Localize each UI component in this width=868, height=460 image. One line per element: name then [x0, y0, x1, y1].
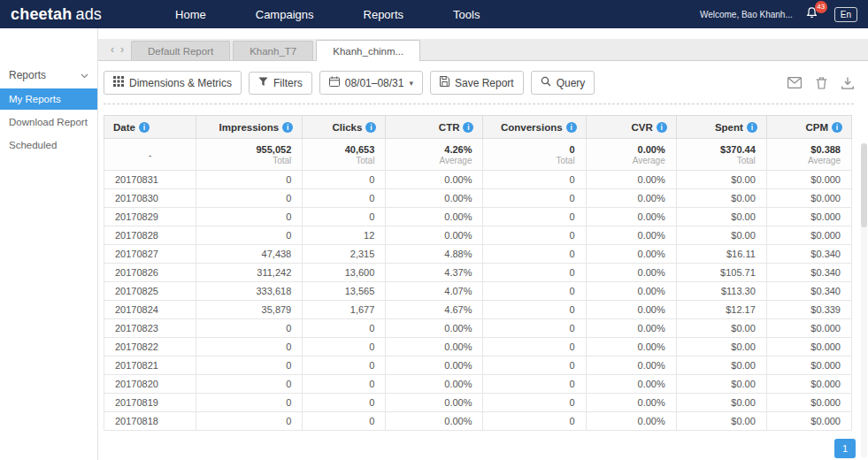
- report-tabstrip: ‹ › Default Report Khanh_T7 Khanh_chinm.…: [98, 39, 868, 61]
- info-icon[interactable]: i: [365, 122, 376, 133]
- value-cell: $0.000: [766, 412, 851, 431]
- info-icon[interactable]: i: [282, 122, 293, 133]
- date-cell: 20170829: [104, 208, 196, 226]
- tab-prev-icon[interactable]: ‹: [111, 43, 114, 56]
- value-cell: 0: [196, 171, 303, 189]
- tab-default-report[interactable]: Default Report: [131, 41, 230, 60]
- value-cell: 0.00%: [586, 412, 676, 431]
- value-cell: 1,677: [303, 301, 386, 319]
- value-cell: 0: [196, 412, 303, 431]
- column-header-spent[interactable]: Spenti: [676, 116, 766, 139]
- page-1-button[interactable]: 1: [834, 439, 856, 458]
- daterange-button[interactable]: 08/01–08/31 ▾: [319, 71, 423, 95]
- value-cell: 0: [483, 171, 586, 189]
- value-cell: 0: [303, 338, 386, 356]
- value-cell: 0: [303, 171, 386, 189]
- value-cell: 0.00%: [386, 319, 483, 338]
- value-cell: $0.00: [676, 375, 766, 394]
- table-row: 20170821000.00%00.00%$0.00$0.000: [104, 356, 852, 375]
- welcome-user[interactable]: Welcome, Bao Khanh...: [700, 10, 793, 19]
- table-row: 20170823000.00%00.00%$0.00$0.000: [104, 319, 852, 338]
- value-cell: $0.000: [766, 208, 851, 226]
- download-icon[interactable]: [841, 77, 854, 89]
- sidebar-group-reports[interactable]: Reports: [0, 64, 97, 87]
- value-cell: 0: [483, 226, 586, 245]
- tab-next-icon[interactable]: ›: [120, 43, 124, 56]
- query-button[interactable]: Query: [531, 71, 595, 95]
- sidebar-item-my-reports[interactable]: My Reports: [0, 88, 97, 110]
- value-cell: $0.340: [766, 245, 851, 264]
- top-navbar: cheetahads Home Campaigns Reports Tools …: [0, 0, 868, 28]
- daterange-label: 08/01–08/31: [345, 77, 404, 89]
- table-row: 20170822000.00%00.00%$0.00$0.000: [104, 338, 852, 356]
- totals-value: 0.00%: [597, 144, 665, 155]
- date-cell: 20170831: [104, 171, 196, 189]
- info-icon[interactable]: i: [657, 122, 667, 133]
- brand-bold: cheetah: [11, 5, 72, 23]
- value-cell: 0.00%: [386, 412, 483, 431]
- value-cell: $0.000: [766, 356, 851, 375]
- nav-item-tools[interactable]: Tools: [428, 0, 504, 28]
- nav-item-home[interactable]: Home: [150, 0, 231, 28]
- column-label: Clicks: [332, 122, 362, 133]
- tab-khanh-chinm[interactable]: Khanh_chinm...: [316, 40, 420, 61]
- filters-button[interactable]: Filters: [249, 72, 312, 95]
- brand-logo[interactable]: cheetahads: [11, 5, 102, 24]
- value-cell: $0.00: [676, 226, 766, 245]
- table-row: 20170826311,24213,6004.37%00.00%$105.71$…: [104, 264, 852, 282]
- table-body: - 955,052Total 40,653Total 4.26%Average …: [104, 139, 852, 431]
- date-cell: 20170819: [104, 394, 196, 412]
- language-button[interactable]: En: [834, 7, 857, 22]
- value-cell: 4.88%: [386, 245, 483, 264]
- dimensions-metrics-label: Dimensions & Metrics: [129, 77, 232, 89]
- nav-item-reports[interactable]: Reports: [339, 0, 429, 28]
- column-header-cpm[interactable]: CPMi: [766, 116, 851, 139]
- delete-report-button[interactable]: [816, 77, 827, 89]
- value-cell: 0.00%: [586, 301, 676, 319]
- save-report-label: Save Report: [455, 77, 514, 89]
- tab-khanh-t7[interactable]: Khanh_T7: [233, 41, 313, 60]
- save-report-button[interactable]: Save Report: [430, 71, 524, 95]
- value-cell: 0: [303, 319, 386, 338]
- totals-date-cell: -: [104, 139, 196, 171]
- caret-down-icon: ▾: [409, 79, 413, 88]
- notifications-button[interactable]: 43: [805, 6, 818, 23]
- sidebar-group-label: Reports: [9, 69, 46, 81]
- value-cell: 0.00%: [586, 338, 676, 356]
- dimensions-metrics-button[interactable]: Dimensions & Metrics: [104, 71, 242, 95]
- column-label: CVR: [631, 122, 652, 133]
- column-header-impressions[interactable]: Impressionsi: [196, 116, 303, 139]
- nav-item-campaigns[interactable]: Campaigns: [231, 0, 339, 28]
- save-icon: [440, 76, 449, 89]
- column-label: CPM: [805, 122, 828, 133]
- column-header-conversions[interactable]: Conversionsi: [483, 116, 586, 139]
- totals-value: 4.26%: [396, 144, 472, 155]
- column-header-ctr[interactable]: CTRi: [386, 116, 483, 139]
- sidebar-item-scheduled[interactable]: Scheduled: [0, 134, 97, 156]
- value-cell: 0: [483, 189, 586, 208]
- email-report-button[interactable]: [787, 77, 802, 88]
- value-cell: $0.340: [766, 282, 851, 301]
- value-cell: 0.00%: [586, 264, 676, 282]
- totals-value: $0.388: [778, 144, 841, 155]
- value-cell: 0: [483, 412, 586, 431]
- sidebar-item-download-report[interactable]: Download Report: [0, 111, 97, 133]
- column-label: Spent: [715, 122, 743, 133]
- value-cell: 0.00%: [386, 394, 483, 412]
- info-icon[interactable]: i: [139, 122, 150, 133]
- value-cell: 0.00%: [586, 394, 676, 412]
- info-icon[interactable]: i: [566, 122, 577, 133]
- info-icon[interactable]: i: [747, 122, 757, 133]
- value-cell: 0.00%: [586, 171, 676, 189]
- column-header-date[interactable]: Datei: [104, 116, 196, 139]
- value-cell: $12.17: [676, 301, 766, 319]
- value-cell: 0: [196, 356, 303, 375]
- info-icon[interactable]: i: [463, 122, 473, 133]
- info-icon[interactable]: i: [832, 122, 842, 133]
- scrollbar-thumb[interactable]: [861, 143, 867, 227]
- column-header-clicks[interactable]: Clicksi: [303, 116, 386, 139]
- value-cell: $0.00: [676, 394, 766, 412]
- value-cell: 0: [303, 189, 386, 208]
- table-row: 2017082435,8791,6774.67%00.00%$12.17$0.3…: [104, 301, 852, 319]
- column-header-cvr[interactable]: CVRi: [586, 116, 676, 139]
